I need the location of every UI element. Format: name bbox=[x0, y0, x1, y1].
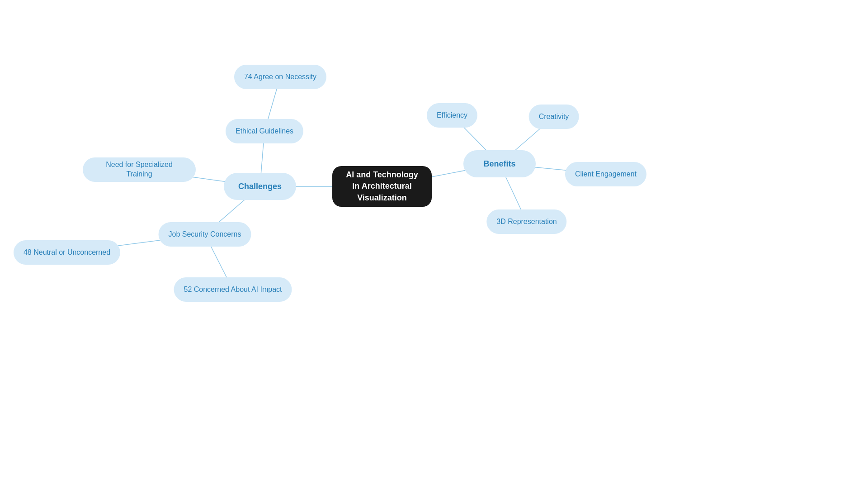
challenges-node: Challenges bbox=[224, 173, 296, 200]
neutral-node: 48 Neutral or Unconcerned bbox=[14, 240, 120, 265]
mind-map: AI and Technology in Architectural Visua… bbox=[0, 0, 868, 490]
ethical-guidelines-node: Ethical Guidelines bbox=[226, 119, 303, 143]
agree-necessity-node: 74 Agree on Necessity bbox=[234, 65, 326, 89]
creativity-node: Creativity bbox=[529, 105, 579, 129]
central-node: AI and Technology in Architectural Visua… bbox=[332, 166, 432, 207]
specialized-training-node: Need for Specialized Training bbox=[83, 157, 196, 182]
connections-svg bbox=[0, 0, 868, 490]
efficiency-node: Efficiency bbox=[427, 103, 477, 128]
job-security-node: Job Security Concerns bbox=[159, 222, 251, 247]
benefits-node: Benefits bbox=[463, 150, 536, 177]
client-engagement-node: Client Engagement bbox=[565, 162, 646, 186]
representation-3d-node: 3D Representation bbox=[486, 209, 566, 234]
concerned-node: 52 Concerned About AI Impact bbox=[174, 277, 292, 302]
